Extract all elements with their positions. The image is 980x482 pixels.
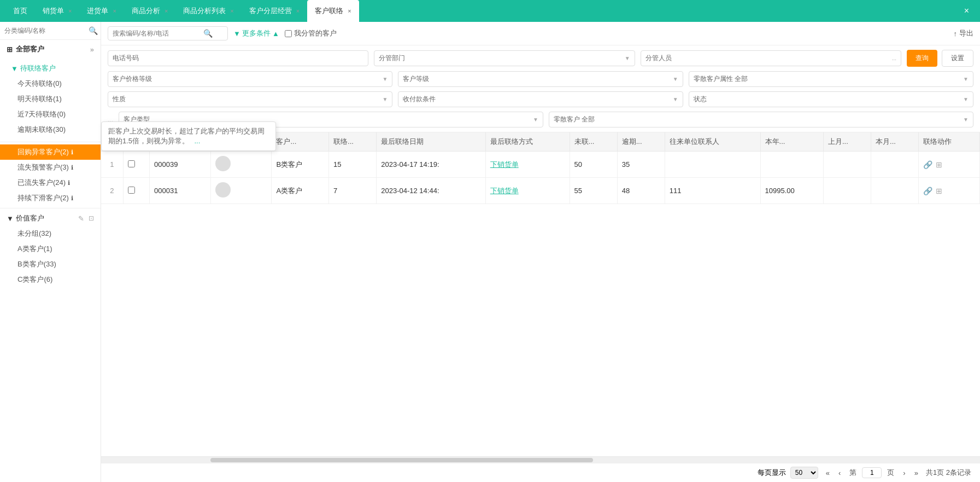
sidebar-churned[interactable]: 已流失客户(24) ℹ [0,175,101,190]
sidebar-repurchase-abnormal[interactable]: 回购异常客户(2) ℹ [0,144,101,160]
last-page-btn[interactable]: » [911,468,922,478]
payment-arrow: ▼ [673,96,678,102]
per-page-select[interactable]: 50 20 100 [790,467,818,479]
scrollbar-thumb[interactable] [210,458,593,462]
filter-nature[interactable]: 性质 ▼ [108,91,392,107]
page-number-input[interactable] [862,467,882,478]
filter-payment[interactable]: 收付款条件 ▼ [398,91,683,107]
search-icon[interactable]: 🔍 [203,29,213,38]
first-page-btn[interactable]: « [823,468,833,478]
row-code: 000039 [150,152,211,178]
col-last-month[interactable]: 上月... [823,132,871,152]
sidebar-unclassified[interactable]: 未分组(32) [0,226,101,241]
customer-value-header[interactable]: ▼ 价值客户 ✎ ⊡ [0,211,101,226]
sidebar-divider-1 [0,142,101,142]
sidebar-class-a[interactable]: A类客户(1) [0,241,101,257]
export-button[interactable]: ↑ 导出 [954,28,974,38]
filter-manager[interactable]: 分管人员 ... [641,50,901,66]
nav-item-customer-tier[interactable]: 客户分层经营 × [242,0,307,22]
sidebar-today-pending[interactable]: 今天待联络(0) [0,76,101,91]
nav-item-analysis-list[interactable]: 商品分析列表 × [175,0,241,22]
nav-customer-contact-close[interactable]: × [348,8,351,14]
filter-status[interactable]: 状态 ▼ [689,91,973,107]
pending-contact-title[interactable]: ▼ 待联络客户 [0,61,101,76]
churned-icon[interactable]: ℹ [68,179,70,187]
row-index: 2 [101,178,123,204]
next-page-btn[interactable]: › [900,468,908,478]
sidebar-tomorrow-pending[interactable]: 明天待联络(1) [0,91,101,107]
horizontal-scrollbar[interactable] [101,456,980,463]
col-this-year[interactable]: 本年... [760,132,823,152]
sidebar-class-c[interactable]: C类客户(6) [0,272,101,287]
nav-sales-close[interactable]: × [68,8,72,14]
col-overdue[interactable]: 逾期... [617,132,665,152]
row-code: 000031 [150,178,211,204]
filter-retail-customer[interactable]: 零散客户 全部 ▼ [549,112,973,127]
nav-item-analysis[interactable]: 商品分析 × [124,0,175,22]
sidebar-overdue-pending[interactable]: 逾期未联络(30) [0,122,101,137]
sidebar-search-icon[interactable]: 🔍 [89,26,98,35]
edit-icon[interactable]: ✎ [78,214,84,223]
nav-item-home[interactable]: 首页 [5,0,35,22]
nav-analysis-list-close[interactable]: × [230,8,233,14]
sidebar-churn-warning[interactable]: 流失预警客户(3) ℹ [0,160,101,175]
row-this-year [760,152,823,178]
content-area: 🔍 ▼ 更多条件 ▲ 我分管的客户 ↑ 导出 电话号码 [101,22,980,482]
sidebar-class-b[interactable]: B类客户(33) [0,257,101,272]
nav-item-sales[interactable]: 销货单 × [35,0,79,22]
filter-retail-attr[interactable]: 零散客户属性 全部 ▼ [689,71,973,87]
repurchase-info-icon[interactable]: ℹ [71,149,73,156]
row-last-way[interactable]: 下销货单 [485,178,570,204]
nav-customer-tier-close[interactable]: × [296,8,300,14]
my-customers-checkbox[interactable] [285,30,292,37]
col-this-year-label: 本年... [765,137,785,146]
unclassified-label: 未分组(32) [17,229,51,239]
col-contact-count[interactable]: 联络... [329,132,377,152]
query-button[interactable]: 查询 [907,50,937,67]
sidebar-collapse-icon[interactable]: » [90,45,94,54]
sidebar-week-pending[interactable]: 近7天待联络(0) [0,107,101,122]
nav-item-customer-contact[interactable]: 客户联络 × [307,0,359,22]
col-unit-contact[interactable]: 往来单位联系人 [665,132,760,152]
window-close-button[interactable]: × [959,6,975,16]
grid-action-icon[interactable]: ⊞ [936,187,942,195]
payment-label: 收付款条件 [403,95,436,104]
data-table-area: ⚙ 客户编码 客户名称 客户... 联络... 最后联络日期 最后联络方式 未联… [101,132,980,456]
link-icon[interactable]: 🔗 [923,187,932,195]
settings-icon[interactable]: ⊡ [89,214,94,222]
search-input[interactable] [113,30,200,37]
settings-button[interactable]: 设置 [942,50,973,67]
more-conditions-button[interactable]: ▼ 更多条件 ▲ [233,28,279,38]
table-row: 1 000039 B类客户 15 2023-04-17 14:19: 下销货单 … [101,152,980,178]
sidebar-divider-2 [0,208,101,208]
row-checkbox[interactable] [123,152,150,178]
sidebar-search-input[interactable] [4,27,86,34]
all-customers-header[interactable]: ⊞ 全部客户 » [0,40,101,59]
prev-page-btn[interactable]: ‹ [835,468,844,478]
grid-action-icon[interactable]: ⊞ [936,160,942,169]
col-uncontacted[interactable]: 未联... [570,132,617,152]
col-this-month[interactable]: 本月... [871,132,919,152]
nav-purchase-close[interactable]: × [113,8,116,14]
filter-phone[interactable]: 电话号码 [108,50,368,66]
tooltip-more[interactable]: ... [194,137,200,145]
retail-attr-arrow: ▼ [963,76,969,82]
churn-warning-icon[interactable]: ℹ [71,164,73,171]
dept-label: 分管部门 [379,54,405,63]
sidebar-declining[interactable]: 持续下滑客户(2) ℹ [0,190,101,206]
row-last-way[interactable]: 下销货单 [485,152,570,178]
nav-item-purchase[interactable]: 进货单 × [79,0,124,22]
filter-dept[interactable]: 分管部门 ▼ [374,50,635,66]
declining-icon[interactable]: ℹ [71,195,73,202]
nav-customer-contact-label: 客户联络 [315,6,343,16]
col-last-contact-date[interactable]: 最后联络日期 [377,132,486,152]
link-icon[interactable]: 🔗 [923,160,932,169]
nav-analysis-close[interactable]: × [165,8,168,14]
filter-customer-level[interactable]: 客户等级 ▼ [398,71,683,87]
page-suffix: 页 [884,467,897,479]
col-last-contact-way[interactable]: 最后联络方式 [485,132,570,152]
sidebar-week-pending-label: 近7天待联络(0) [17,109,66,119]
row-checkbox[interactable] [123,178,150,204]
col-type[interactable]: 客户... [272,132,329,152]
filter-price-level[interactable]: 客户价格等级 ▼ [108,71,392,87]
